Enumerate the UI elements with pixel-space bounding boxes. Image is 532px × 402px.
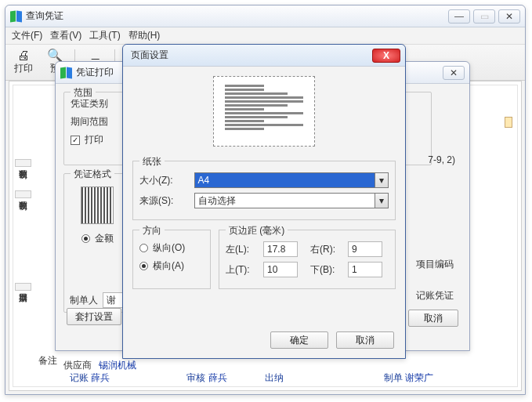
paper-source-select[interactable]: 自动选择 ▾ [194, 193, 389, 208]
range-note: 7-9, 2) [428, 154, 455, 165]
search-icon-right[interactable] [505, 117, 512, 128]
menu-view[interactable]: 查看(V) [50, 29, 81, 42]
ok-button[interactable]: 确定 [270, 331, 328, 349]
dlg3-title: 页面设置 [131, 49, 168, 62]
dlg2-title: 凭证打印 [76, 66, 114, 79]
dlg3-close-button[interactable]: X [372, 49, 400, 63]
supplier-line: 供应商 锡润机械 [63, 359, 136, 372]
status-maker: 制单 [384, 372, 403, 383]
dlg2-close-button[interactable]: ✕ [443, 66, 465, 80]
status-audit-who: 薛兵 [208, 372, 227, 383]
menu-file[interactable]: 文件(F) [12, 29, 42, 42]
margins-legend: 页边距 (毫米) [226, 224, 288, 237]
range-legend: 范围 [71, 86, 96, 100]
status-cashier: 出纳 [265, 372, 284, 383]
margin-top-input[interactable] [263, 262, 298, 277]
margin-bottom-input[interactable] [348, 262, 382, 277]
portrait-radio[interactable] [139, 244, 148, 252]
amount-label: 金额 [95, 232, 114, 245]
orient-legend: 方向 [139, 224, 165, 237]
paper-size-select[interactable]: A4 ▾ [194, 172, 389, 188]
app-icon [10, 11, 23, 22]
printer-icon: 🖨 [17, 49, 30, 62]
chevron-down-icon: ▾ [375, 173, 388, 187]
amount-radio[interactable] [81, 234, 90, 243]
supplier-value: 锡润机械 [99, 360, 136, 371]
toolbar-print[interactable]: 🖨 打印 [10, 49, 37, 75]
status-audit: 审核 [186, 372, 205, 383]
orientation-fieldset: 方向 纵向(O) 横向(A) [132, 230, 211, 289]
side-tag-ticket[interactable]: 票据日期 [15, 283, 31, 291]
margin-left-input[interactable] [263, 241, 298, 257]
chevron-down-icon: ▾ [375, 194, 388, 208]
page-preview [213, 76, 315, 147]
cancel-button[interactable]: 取消 [336, 331, 394, 349]
print-checkbox[interactable] [71, 136, 80, 145]
right-col-item: 项目编码 [416, 258, 463, 271]
main-titlebar[interactable]: 查询凭证 — ▭ ✕ [5, 5, 525, 27]
status-line: 记账 薛兵 审核 薛兵 出纳 制单 谢荣广 [21, 371, 509, 385]
status-maker-who: 谢荣广 [405, 372, 433, 383]
side-tag-adjust2[interactable]: 调整初数 [15, 190, 31, 198]
period-label: 期间范围 [71, 115, 108, 129]
margins-fieldset: 页边距 (毫米) 左(L): 右(R): 上(T): 下(B): [219, 230, 396, 289]
maker-label: 制单人 [70, 294, 98, 307]
format-preview-icon [81, 187, 114, 224]
right-col-voucher: 记账凭证 [416, 289, 463, 302]
bottom-label: 下(B): [310, 263, 343, 277]
print-check-label: 打印 [85, 133, 103, 147]
menu-tools[interactable]: 工具(T) [89, 29, 120, 42]
margin-right-input[interactable] [348, 241, 382, 257]
paper-legend: 纸张 [139, 155, 165, 168]
format-legend: 凭证格式 [71, 168, 114, 181]
remark-label: 备注 [38, 354, 57, 368]
minimize-button[interactable]: — [448, 9, 470, 24]
menu-bar: 文件(F) 查看(V) 工具(T) 帮助(H) [5, 27, 525, 45]
page-setup-dialog: 页面设置 X 纸张 大小(Z): A4 ▾ 来源(S): 自动选择 ▾ [122, 44, 406, 359]
menu-help[interactable]: 帮助(H) [128, 29, 161, 42]
status-entry-who: 薛兵 [91, 372, 110, 383]
right-label: 右(R): [310, 243, 343, 256]
size-label: 大小(Z): [139, 174, 190, 187]
close-button[interactable]: ✕ [498, 9, 520, 24]
dlg3-titlebar[interactable]: 页面设置 X [123, 45, 405, 67]
size-value: A4 [195, 175, 375, 186]
toolbar-print-label: 打印 [14, 62, 33, 75]
status-entry: 记账 [70, 372, 89, 383]
supplier-label: 供应商 [63, 360, 92, 371]
maximize-button[interactable]: ▭ [473, 9, 495, 24]
paper-fieldset: 纸张 大小(Z): A4 ▾ 来源(S): 自动选择 ▾ [132, 161, 396, 220]
template-settings-button[interactable]: 套打设置 [67, 308, 121, 325]
app-icon [60, 67, 73, 78]
main-title: 查询凭证 [26, 9, 63, 23]
left-label: 左(L): [226, 243, 259, 256]
source-value: 自动选择 [195, 194, 375, 208]
top-label: 上(T): [226, 263, 259, 277]
dlg2-cancel-button[interactable]: 取消 [408, 310, 458, 327]
portrait-label: 纵向(O) [153, 241, 185, 255]
landscape-radio[interactable] [139, 262, 148, 270]
landscape-label: 横向(A) [153, 259, 184, 273]
side-tag-adjust1[interactable]: 调整初数 [15, 159, 31, 167]
preview-icon: 🔍 [47, 49, 63, 62]
source-label: 来源(S): [139, 194, 190, 208]
